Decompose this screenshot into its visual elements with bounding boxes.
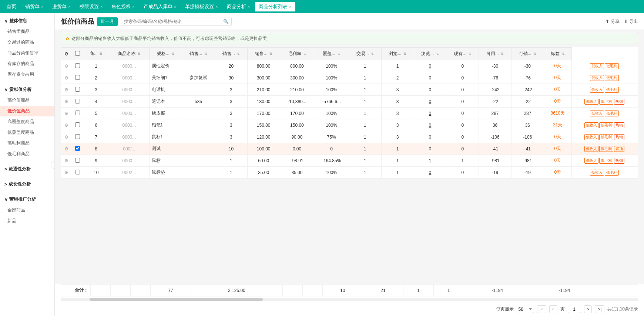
sidebar-item-category-sales[interactable]: 商品分类销售率 — [0, 48, 54, 58]
row-checkbox[interactable] — [75, 111, 80, 115]
row-settings[interactable]: ⚙ — [61, 108, 72, 119]
sidebar-item-low-coverage[interactable]: 低覆盖度商品 — [0, 127, 54, 138]
row-tags: 低收入低毛利 — [571, 72, 638, 84]
row-browse1[interactable]: 0 — [414, 167, 446, 179]
row-coverage: 1 — [349, 131, 381, 143]
col-check[interactable] — [72, 48, 83, 60]
row-browse1[interactable]: 0 — [414, 84, 446, 96]
sidebar-item-stocked-products[interactable]: 有库存的商品 — [0, 58, 54, 69]
sidebar-item-high-margin[interactable]: 高毛利商品 — [0, 138, 54, 149]
prev-page-button[interactable]: < — [549, 305, 557, 313]
export-button[interactable]: ⬇ 导出 — [624, 18, 638, 25]
nav-close-template[interactable]: × — [215, 4, 218, 9]
row-browse1[interactable]: 0 — [414, 131, 446, 143]
sidebar-group-title-growth[interactable]: > 成长性分析 — [0, 179, 54, 190]
row-checkbox[interactable] — [75, 122, 80, 127]
row-check[interactable] — [72, 84, 83, 96]
nav-permissions[interactable]: 权限设置 × — [76, 2, 106, 11]
row-settings[interactable]: ⚙ — [61, 72, 72, 84]
row-check[interactable] — [72, 108, 83, 119]
row-browse1[interactable]: 0 — [414, 108, 446, 119]
nav-stock-in[interactable]: 产成品入库单 × — [140, 2, 180, 11]
row-settings[interactable]: ⚙ — [61, 131, 72, 143]
page-title: 低价值商品 — [61, 17, 94, 26]
next-page-button[interactable]: > — [584, 305, 592, 313]
nav-roles[interactable]: 角色授权 × — [108, 2, 138, 11]
row-check[interactable] — [72, 96, 83, 108]
nav-close-product-list[interactable]: × — [289, 4, 291, 9]
row-browse1[interactable]: 0 — [414, 72, 446, 84]
select-all-checkbox[interactable] — [75, 51, 80, 56]
sidebar-item-low-value[interactable]: 低价值商品 — [0, 106, 54, 116]
page-size-label: 每页显示 — [496, 306, 514, 312]
row-settings[interactable]: ⚙ — [61, 167, 72, 179]
sidebar-item-high-value[interactable]: 高价值商品 — [0, 95, 54, 106]
row-checkbox[interactable] — [75, 170, 80, 174]
page-size-select[interactable]: 50 100 200 — [517, 306, 534, 313]
nav-product-analysis[interactable]: 商品分析 × — [223, 2, 254, 11]
nav-close-roles[interactable]: × — [132, 4, 134, 9]
sidebar-item-traded-products[interactable]: 交易过的商品 — [0, 37, 54, 48]
col-settings[interactable]: ⚙ — [61, 48, 72, 60]
row-browse1[interactable]: 0 — [414, 60, 446, 72]
row-checkbox[interactable] — [75, 75, 80, 80]
main-content: 低价值商品 近一月 🔍 ⬆ 分享 ⬇ 导出 ✿ 这部分商品的销售收入大幅低于商品… — [55, 13, 644, 316]
row-check[interactable] — [72, 131, 83, 143]
sidebar-item-low-margin[interactable]: 低毛利商品 — [0, 149, 54, 159]
row-check[interactable] — [72, 119, 83, 131]
row-settings[interactable]: ⚙ — [61, 143, 72, 155]
row-check[interactable] — [72, 60, 83, 72]
row-sales-avg: 800.00 — [280, 60, 314, 72]
nav-template[interactable]: 单据模板设置 × — [181, 2, 221, 11]
row-check[interactable] — [72, 72, 83, 84]
row-settings[interactable]: ⚙ — [61, 96, 72, 108]
nav-close-stock-in[interactable]: × — [174, 4, 176, 9]
search-icon[interactable]: 🔍 — [223, 19, 229, 24]
row-browse1[interactable]: 0 — [414, 119, 446, 131]
nav-sales[interactable]: 销货单 × — [21, 2, 47, 11]
first-page-button[interactable]: |< — [537, 305, 546, 313]
sidebar-item-all-products[interactable]: 全部商品 — [0, 205, 54, 215]
row-browse1[interactable]: 0 — [414, 96, 446, 108]
nav-close-sales[interactable]: × — [41, 4, 43, 9]
row-settings[interactable]: ⚙ — [61, 119, 72, 131]
row-check[interactable] — [72, 155, 83, 167]
nav-purchase[interactable]: 进货单 × — [48, 2, 74, 11]
row-settings[interactable]: ⚙ — [61, 60, 72, 72]
sidebar-group-title-marketing[interactable]: ∨ 营销推广分析 — [0, 194, 54, 205]
row-checkbox[interactable] — [75, 134, 80, 139]
summary-sales-avg — [282, 285, 302, 296]
row-checkbox[interactable] — [75, 99, 80, 103]
horizontal-scrollbar[interactable] — [61, 298, 638, 301]
sidebar-item-stock-capital[interactable]: 库存资金占用 — [0, 69, 54, 80]
share-button[interactable]: ⬆ 分享 — [606, 18, 620, 25]
sidebar-group-title-circulation[interactable]: > 流通性分析 — [0, 164, 54, 174]
row-checkbox[interactable] — [75, 87, 80, 92]
sidebar-group-title-overall[interactable]: ∨ 整体信息 — [0, 16, 54, 26]
row-checkbox[interactable] — [75, 146, 80, 151]
row-checkbox[interactable] — [75, 158, 80, 163]
row-browse2: 0 — [446, 84, 479, 96]
last-page-button[interactable]: >| — [595, 305, 604, 313]
nav-home[interactable]: 首页 — [3, 2, 20, 11]
nav-close-product-analysis[interactable]: × — [248, 4, 250, 9]
row-settings[interactable]: ⚙ — [61, 84, 72, 96]
sidebar-item-sales-products[interactable]: 销售类商品 — [0, 26, 54, 37]
summary-stock: -1194 — [464, 285, 531, 296]
row-check[interactable] — [72, 167, 83, 179]
search-input[interactable] — [121, 17, 232, 26]
sidebar-item-high-coverage[interactable]: 高覆盖度商品 — [0, 116, 54, 127]
row-tags: 低收入低毛利置顶 — [571, 143, 638, 155]
time-filter-button[interactable]: 近一月 — [97, 17, 118, 26]
row-settings[interactable]: ⚙ — [61, 155, 72, 167]
nav-product-list[interactable]: 商品分析列表 × — [255, 2, 295, 11]
row-check[interactable] — [72, 143, 83, 155]
row-checkbox[interactable] — [75, 63, 80, 68]
row-browse1[interactable]: 1 — [414, 155, 446, 167]
nav-close-permissions[interactable]: × — [100, 4, 103, 9]
page-input[interactable] — [568, 306, 581, 313]
sidebar-group-title-contribution[interactable]: ∨ 贡献值分析 — [0, 84, 54, 95]
nav-close-purchase[interactable]: × — [68, 4, 70, 9]
row-browse1[interactable]: 0 — [414, 143, 446, 155]
sidebar-item-new-products[interactable]: 新品 — [0, 215, 54, 226]
